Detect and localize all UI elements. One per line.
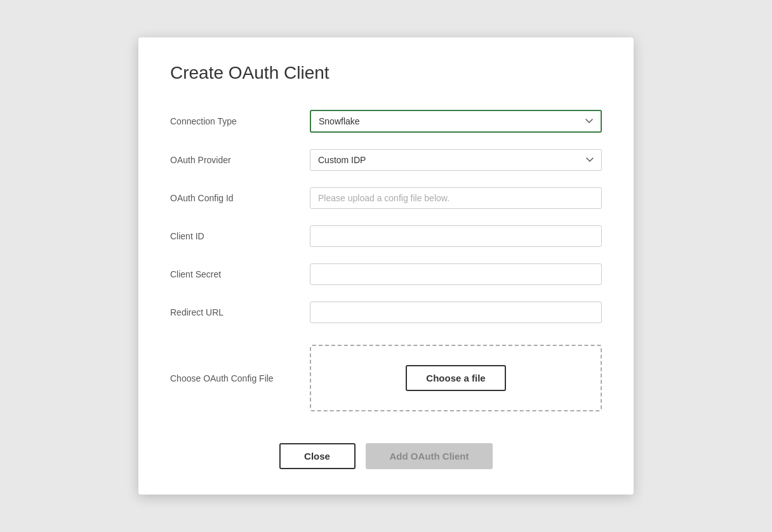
client-id-label: Client ID bbox=[170, 225, 310, 248]
client-id-input[interactable] bbox=[310, 225, 602, 247]
oauth-provider-label: OAuth Provider bbox=[170, 149, 310, 171]
connection-type-select[interactable]: Snowflake bbox=[310, 110, 602, 133]
redirect-url-control bbox=[310, 295, 602, 329]
create-oauth-dialog: Create OAuth Client Connection Type Snow… bbox=[138, 37, 634, 495]
oauth-config-file-control: Choose a file bbox=[310, 333, 602, 423]
dialog-title: Create OAuth Client bbox=[170, 63, 602, 83]
redirect-url-label: Redirect URL bbox=[170, 301, 310, 324]
client-id-control bbox=[310, 219, 602, 253]
oauth-provider-control: Custom IDP bbox=[310, 143, 602, 177]
redirect-url-input[interactable] bbox=[310, 302, 602, 323]
choose-file-button[interactable]: Choose a file bbox=[406, 365, 505, 391]
client-secret-input[interactable] bbox=[310, 263, 602, 285]
add-oauth-client-button[interactable]: Add OAuth Client bbox=[366, 443, 493, 469]
oauth-config-file-label: Choose OAuth Config File bbox=[170, 367, 310, 390]
connection-type-control: Snowflake bbox=[310, 103, 602, 139]
client-secret-control bbox=[310, 257, 602, 291]
oauth-provider-select[interactable]: Custom IDP bbox=[310, 149, 602, 171]
oauth-config-id-control bbox=[310, 181, 602, 215]
oauth-config-id-input[interactable] bbox=[310, 187, 602, 209]
dialog-footer: Close Add OAuth Client bbox=[170, 443, 602, 469]
form-grid: Connection Type Snowflake OAuth Provider… bbox=[170, 103, 602, 423]
connection-type-label: Connection Type bbox=[170, 110, 310, 133]
client-secret-label: Client Secret bbox=[170, 263, 310, 286]
file-upload-dropzone[interactable]: Choose a file bbox=[310, 345, 602, 411]
close-button[interactable]: Close bbox=[279, 443, 356, 469]
oauth-config-id-label: OAuth Config Id bbox=[170, 187, 310, 209]
